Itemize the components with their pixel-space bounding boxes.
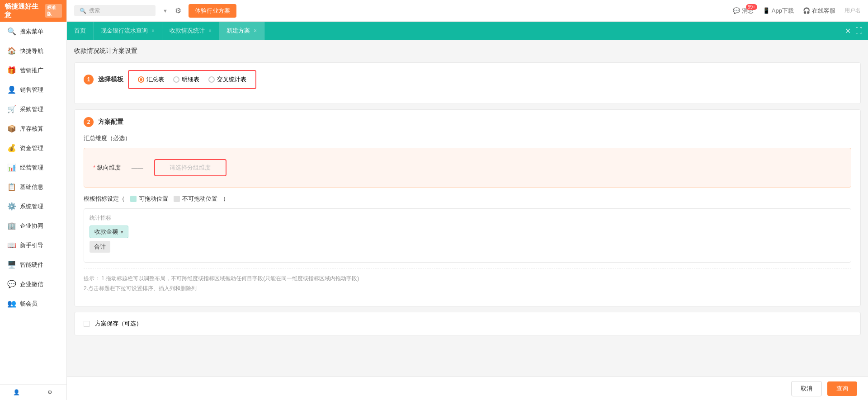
step1-title: 选择模板 bbox=[98, 75, 123, 84]
tab-bank-flow[interactable]: 现金银行流水查询 × bbox=[94, 22, 162, 40]
sidebar-item-system[interactable]: ⚙️ 系统管理 bbox=[0, 197, 66, 216]
save-label: 方案保存（可选） bbox=[95, 320, 142, 328]
sidebar: 畅捷通好生意 标准版 🔍 搜索菜单 🏠 快捷导航 🎁 营销推广 👤 销售管理 🛒… bbox=[0, 0, 67, 400]
cart-icon: 🛒 bbox=[7, 105, 16, 113]
support-btn[interactable]: 🎧 在线客服 bbox=[803, 7, 835, 15]
tab-home-label: 首页 bbox=[74, 27, 86, 35]
book-icon: 📖 bbox=[7, 241, 16, 249]
sidebar-item-label: 营销推广 bbox=[20, 66, 43, 75]
dimension-title: 汇总维度（必选） bbox=[84, 134, 851, 142]
sidebar-item-search-menu[interactable]: 🔍 搜索菜单 bbox=[0, 22, 66, 41]
sidebar-item-hardware[interactable]: 🖥️ 智能硬件 bbox=[0, 255, 66, 274]
money-icon: 💰 bbox=[7, 144, 16, 152]
dimension-select[interactable]: 请选择分组维度 bbox=[154, 159, 226, 176]
radio-cross-label: 交叉统计表 bbox=[217, 75, 246, 84]
metrics-title-text: 模板指标设定（ bbox=[84, 195, 125, 203]
sidebar-user-btn[interactable]: 👤 bbox=[0, 385, 33, 400]
sidebar-item-label: 资金管理 bbox=[20, 144, 43, 152]
metrics-area: 统计指标 收款金额 ▾ 合计 bbox=[84, 208, 851, 263]
metric-subtag-total: 合计 bbox=[90, 241, 110, 253]
metric-amount-label: 收款金额 bbox=[94, 228, 118, 236]
sidebar-item-marketing[interactable]: 🎁 营销推广 bbox=[0, 61, 66, 80]
industry-btn[interactable]: 体验行业方案 bbox=[189, 4, 236, 18]
radio-summary-circle bbox=[138, 76, 144, 83]
radio-detail[interactable]: 明细表 bbox=[173, 75, 199, 84]
step1-header: 1 选择模板 汇总表 明细表 交叉统计表 bbox=[84, 70, 851, 89]
metric-dropdown-arrow: ▾ bbox=[121, 229, 123, 235]
sidebar-item-guide[interactable]: 📖 新手引导 bbox=[0, 235, 66, 255]
main-area: 🔍 搜索 ▼ ⚙ 体验行业方案 💬 消息 99+ 📱 App下载 🎧 在线客服 … bbox=[67, 0, 868, 400]
top-header: 🔍 搜索 ▼ ⚙ 体验行业方案 💬 消息 99+ 📱 App下载 🎧 在线客服 … bbox=[67, 0, 868, 22]
step2-header: 2 方案配置 bbox=[84, 117, 851, 127]
metric-tag-amount[interactable]: 收款金额 ▾ bbox=[90, 226, 128, 238]
sidebar-item-wechat[interactable]: 💬 企业微信 bbox=[0, 274, 66, 294]
sidebar-settings-btn[interactable]: ⚙ bbox=[33, 385, 67, 400]
monitor-icon: 🖥️ bbox=[7, 260, 16, 269]
sidebar-item-label: 基础信息 bbox=[20, 183, 43, 191]
tab-new-plan-close[interactable]: × bbox=[254, 28, 257, 34]
settings-icon: ⚙️ bbox=[7, 202, 16, 211]
tab-bar-actions: ✕ ⛶ bbox=[840, 22, 868, 40]
tab-new-plan[interactable]: 新建方案 × bbox=[219, 22, 264, 40]
sidebar-item-member[interactable]: 👥 畅会员 bbox=[0, 294, 66, 313]
step2-title: 方案配置 bbox=[98, 118, 123, 126]
draggable-legend: 可拖动位置 bbox=[130, 195, 168, 203]
arrow-separator: —— bbox=[132, 165, 143, 171]
query-button[interactable]: 查询 bbox=[827, 381, 857, 396]
notification-btn[interactable]: 💬 消息 99+ bbox=[733, 7, 754, 15]
search-placeholder: 搜索 bbox=[89, 7, 100, 14]
radio-summary[interactable]: 汇总表 bbox=[138, 75, 164, 84]
tips-section: 提示： 1.拖动标题栏可以调整布局，不可跨维度或指标区域拖动任何目字段(只能在同… bbox=[84, 268, 851, 299]
chat-icon: 💬 bbox=[7, 280, 16, 288]
search-menu-icon: 🔍 bbox=[7, 27, 16, 36]
search-box[interactable]: 🔍 搜索 bbox=[74, 5, 156, 16]
tab-bank-flow-close[interactable]: × bbox=[151, 28, 155, 34]
tab-bank-flow-label: 现金银行流水查询 bbox=[101, 27, 148, 35]
tab-maximize-icon[interactable]: ⛶ bbox=[855, 27, 863, 35]
sidebar-item-sales[interactable]: 👤 销售管理 bbox=[0, 80, 66, 99]
sidebar-item-inventory[interactable]: 📦 库存核算 bbox=[0, 119, 66, 138]
sidebar-item-label: 搜索菜单 bbox=[20, 28, 43, 36]
cancel-button[interactable]: 取消 bbox=[791, 381, 822, 396]
tab-home[interactable]: 首页 bbox=[67, 22, 94, 40]
sidebar-item-label: 智能硬件 bbox=[20, 261, 43, 269]
category-label: 统计指标 bbox=[90, 214, 845, 222]
sidebar-item-label: 快捷导航 bbox=[20, 47, 43, 55]
sidebar-item-management[interactable]: 📊 经营管理 bbox=[0, 158, 66, 177]
metrics-header: 模板指标设定（ 可拖动位置 不可拖动位置 ） bbox=[84, 195, 851, 203]
radio-cross-circle bbox=[208, 76, 215, 83]
tab-receipt-stats[interactable]: 收款情况统计 × bbox=[162, 22, 219, 40]
metric-total-label: 合计 bbox=[94, 243, 106, 251]
sidebar-item-enterprise[interactable]: 🏢 企业协同 bbox=[0, 216, 66, 235]
radio-summary-label: 汇总表 bbox=[146, 75, 164, 84]
sidebar-item-quick-nav[interactable]: 🏠 快捷导航 bbox=[0, 41, 66, 61]
sidebar-item-capital[interactable]: 💰 资金管理 bbox=[0, 138, 66, 158]
clipboard-icon: 📋 bbox=[7, 183, 16, 191]
radio-cross[interactable]: 交叉统计表 bbox=[208, 75, 246, 84]
sidebar-item-purchase[interactable]: 🛒 采购管理 bbox=[0, 99, 66, 119]
sidebar-item-basic-info[interactable]: 📋 基础信息 bbox=[0, 177, 66, 197]
tip-2: 2.点击标题栏下拉可设置排序、插入列和删除列 bbox=[84, 284, 851, 294]
save-section: 方案保存（可选） bbox=[74, 312, 861, 335]
home-icon: 🏠 bbox=[7, 47, 16, 55]
content-area: 收款情况统计方案设置 1 选择模板 汇总表 明细表 bbox=[67, 40, 868, 376]
metrics-tags: 收款金额 ▾ 合计 bbox=[90, 226, 845, 253]
gear-icon[interactable]: ⚙ bbox=[175, 6, 181, 15]
download-label: App下载 bbox=[772, 7, 794, 15]
tab-receipt-stats-close[interactable]: × bbox=[208, 28, 212, 34]
dimension-label: * 纵向维度 bbox=[93, 164, 121, 172]
search-dropdown-arrow[interactable]: ▼ bbox=[163, 8, 168, 14]
box-icon: 📦 bbox=[7, 124, 16, 133]
step1-number: 1 bbox=[84, 75, 94, 85]
template-section: 1 选择模板 汇总表 明细表 交叉统计表 bbox=[74, 62, 861, 104]
dimension-area: * 纵向维度 —— 请选择分组维度 bbox=[84, 148, 851, 188]
tab-new-plan-label: 新建方案 bbox=[226, 27, 250, 35]
template-options-box: 汇总表 明细表 交叉统计表 bbox=[128, 70, 256, 89]
page-title: 收款情况统计方案设置 bbox=[74, 47, 861, 55]
draggable-legend-label: 可拖动位置 bbox=[139, 195, 168, 203]
app-download-btn[interactable]: 📱 App下载 bbox=[763, 7, 794, 15]
user-name: 用户名 bbox=[844, 7, 861, 14]
save-checkbox[interactable] bbox=[84, 321, 90, 327]
sidebar-item-label: 库存核算 bbox=[20, 125, 43, 133]
tab-minimize-icon[interactable]: ✕ bbox=[845, 27, 851, 35]
